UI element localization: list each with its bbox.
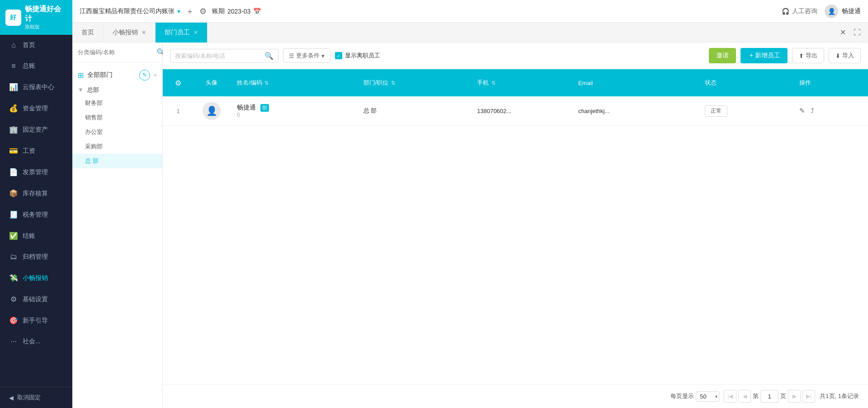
row-status: 正常 — [698, 96, 793, 126]
dept-item-finance[interactable]: 财务部 — [72, 96, 162, 110]
dept-item-purchase[interactable]: 采购部 — [72, 139, 162, 154]
col-name-header[interactable]: 姓名/编码 ⇅ — [230, 69, 356, 96]
pagination-total: 共1页, 1条记录 — [820, 392, 859, 400]
filter-button[interactable]: ☰ 更多条件 ▾ — [283, 48, 330, 63]
col-action-header: 操作 — [792, 69, 868, 96]
tab-expand-button[interactable]: ⛶ — [852, 27, 863, 38]
action-buttons: ✎ ⤴ — [799, 107, 861, 115]
sidebar-item-label: 新手引导 — [23, 317, 48, 325]
page-last-button[interactable]: ▶| — [802, 390, 815, 403]
user-avatar: 👤 — [825, 5, 838, 18]
edit-button[interactable]: ✎ — [799, 107, 805, 115]
sidebar-item-assets[interactable]: 🏢 固定资产 — [0, 119, 72, 140]
invite-button[interactable]: 邀请 — [709, 48, 736, 63]
dept-section-hq[interactable]: ▼ 总部 — [72, 84, 162, 96]
dept-all-item[interactable]: ⊞ 全部部门 ✎ « — [72, 66, 162, 84]
home-icon: ⌂ — [9, 41, 18, 49]
employee-name: 畅捷通 — [237, 104, 256, 112]
sidebar-item-reports[interactable]: 📊 云报表中心 — [0, 76, 72, 98]
company-settings-button[interactable]: ⚙ — [199, 6, 207, 16]
table-row: 1 👤 畅捷通 部 0 总 部 138070602... chanjethkj.… — [163, 96, 868, 126]
add-company-button[interactable]: ＋ — [186, 6, 194, 17]
col-dept-header[interactable]: 部门/职位 ⇅ — [356, 69, 470, 96]
consult-button[interactable]: 🎧 人工咨询 — [782, 7, 817, 15]
app-logo[interactable]: 好 畅捷通好会计 旗舰版 — [0, 0, 72, 35]
more-icon: ··· — [9, 337, 18, 346]
resigned-checkbox[interactable]: ✓ — [335, 52, 342, 59]
export-label: 导出 — [806, 52, 817, 60]
col-phone-header[interactable]: 手机 ⇅ — [470, 69, 571, 96]
page-size-label: 每页显示 — [670, 392, 694, 400]
topbar-right: 🎧 人工咨询 👤 畅捷通 — [782, 5, 861, 18]
export-button[interactable]: ⬆ 导出 — [792, 48, 824, 63]
sidebar-item-label: 云报表中心 — [23, 83, 54, 91]
user-menu[interactable]: 👤 畅捷通 — [825, 5, 861, 18]
tab-xiaochang-close[interactable]: ✕ — [142, 29, 146, 36]
period-selector[interactable]: 账期 2023-03 📅 — [212, 7, 261, 15]
sidebar-item-guide[interactable]: 🎯 新手引导 — [0, 310, 72, 331]
page-next-button[interactable]: ▶ — [788, 390, 801, 403]
sidebar-item-inventory[interactable]: 📦 库存核算 — [0, 183, 72, 204]
tab-dept-employee-close[interactable]: ✕ — [193, 29, 198, 36]
tab-xiaochang[interactable]: 小畅报销 ✕ — [104, 23, 156, 43]
dept-item-sales[interactable]: 销售部 — [72, 110, 162, 125]
sidebar-item-label: 归档管理 — [23, 253, 48, 261]
import-button[interactable]: ⬇ 导入 — [829, 48, 861, 63]
dept-edit-button[interactable]: ✎ — [139, 70, 150, 81]
pagination-bar: 每页显示 50 100 200 ▾ |◀ ◀ 第 页 — [163, 384, 868, 408]
employee-code: 0 — [237, 112, 349, 118]
employee-search-icon[interactable]: 🔍 — [264, 52, 274, 60]
dept-office-label: 办公室 — [85, 128, 103, 135]
employee-table-container: ⚙ 头像 姓名/编码 ⇅ 部门/职位 ⇅ — [163, 69, 868, 384]
show-resigned-toggle[interactable]: ✓ 显示离职员工 — [335, 52, 380, 60]
page-size-selector: 每页显示 50 100 200 ▾ — [670, 391, 719, 402]
sidebar-item-ledger[interactable]: ≡ 总账 — [0, 56, 72, 76]
page-first-button[interactable]: |◀ — [724, 390, 736, 403]
page-prev-button[interactable]: ◀ — [738, 390, 751, 403]
dept-item-office[interactable]: 办公室 — [72, 125, 162, 139]
sidebar-item-tax[interactable]: 🧾 税务管理 — [0, 204, 72, 225]
unpin-button[interactable]: ◀ 取消固定 — [0, 387, 72, 408]
sidebar-item-label: 社会... — [23, 337, 41, 346]
sidebar-item-basic[interactable]: ⚙ 基础设置 — [0, 289, 72, 310]
dept-purchase-label: 采购部 — [85, 143, 103, 150]
sidebar-item-label: 小畅报销 — [23, 274, 48, 282]
dept-item-hq[interactable]: 总 部 — [72, 154, 162, 168]
sidebar-item-xiaochang[interactable]: 💸 小畅报销 — [0, 267, 72, 289]
dept-collapse-icon[interactable]: « — [154, 72, 157, 78]
sidebar-item-invoice[interactable]: 📄 发票管理 — [0, 161, 72, 183]
tab-dept-employee[interactable]: 部门员工 ✕ — [156, 23, 208, 43]
unpin-label: 取消固定 — [17, 394, 41, 402]
company-dropdown-icon[interactable]: ▾ — [177, 8, 180, 15]
dept-section-hq-label: 总部 — [87, 86, 99, 93]
app-title: 畅捷通好会计 — [25, 5, 67, 24]
tab-home[interactable]: 首页 — [72, 23, 104, 43]
content-area: 🔍 ⊞ 全部部门 ✎ « ▼ 总部 财务部 销售部 — [72, 43, 868, 408]
sidebar-item-more[interactable]: ··· 社会... — [0, 331, 72, 352]
headset-icon: 🎧 — [782, 8, 789, 15]
tab-close-all-button[interactable]: ✕ — [837, 27, 848, 38]
dept-hq-label: 总 部 — [85, 157, 99, 164]
company-selector[interactable]: 江西服宝精品有限责任公司内账张 ▾ — [80, 7, 180, 15]
sidebar-item-close-accounts[interactable]: ✅ 结账 — [0, 225, 72, 247]
avatar: 👤 — [203, 102, 221, 120]
employee-search-input[interactable] — [175, 52, 262, 59]
add-employee-label: + 新增员工 — [750, 52, 780, 60]
sidebar-item-archive[interactable]: 🗂 归档管理 — [0, 247, 72, 267]
guide-icon: 🎯 — [9, 316, 18, 325]
sidebar-item-home[interactable]: ⌂ 首页 — [0, 35, 72, 56]
logout-button[interactable]: ⤴ — [811, 107, 814, 115]
page-number-input[interactable] — [760, 390, 778, 403]
phone-sort-icon: ⇅ — [491, 80, 495, 85]
dept-panel: 🔍 ⊞ 全部部门 ✎ « ▼ 总部 财务部 销售部 — [72, 43, 163, 408]
row-actions: ✎ ⤴ — [792, 96, 868, 126]
calendar-icon[interactable]: 📅 — [253, 8, 261, 15]
sidebar-item-capital[interactable]: 💰 资金管理 — [0, 98, 72, 119]
name-sort-icon: ⇅ — [264, 80, 269, 85]
col-settings[interactable]: ⚙ — [163, 69, 193, 96]
dept-search-input[interactable] — [78, 49, 154, 56]
add-employee-button[interactable]: + 新增员工 — [741, 48, 788, 63]
page-size-select[interactable]: 50 100 200 — [696, 391, 719, 402]
sidebar-item-label: 库存核算 — [23, 190, 48, 198]
sidebar-item-payroll[interactable]: 💳 工资 — [0, 140, 72, 161]
